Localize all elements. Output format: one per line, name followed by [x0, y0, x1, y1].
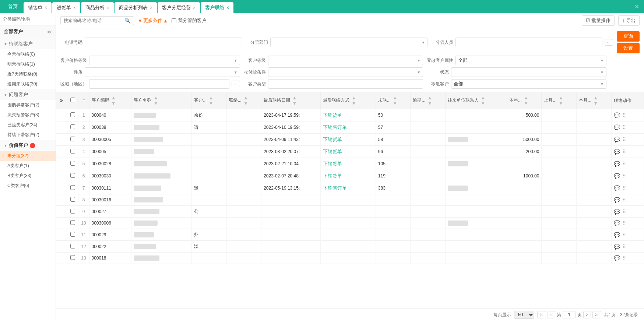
more-action-icon[interactable]: ⠿	[622, 173, 626, 179]
export-button[interactable]: ↑ 导出	[618, 15, 640, 26]
contact-icon[interactable]: 💬	[614, 232, 620, 238]
close-icon-customer-contact[interactable]: ×	[226, 5, 229, 10]
th-name[interactable]: 客户名称 ▲▼	[131, 92, 192, 109]
close-icon-product-analysis[interactable]: ×	[107, 5, 109, 10]
row-check-cell[interactable]	[67, 253, 78, 264]
more-action-icon[interactable]: ⠿	[622, 161, 626, 167]
th-check[interactable]	[67, 92, 78, 109]
collapse-icon[interactable]: ≪	[47, 29, 52, 35]
retail-select[interactable]: 全部 ▼	[451, 79, 606, 89]
more-action-icon[interactable]: ⠿	[622, 255, 626, 261]
row-check-cell[interactable]	[67, 241, 78, 253]
row-check-cell[interactable]	[67, 121, 78, 134]
retail-attr-select[interactable]: 全部 ▼	[455, 56, 606, 65]
contact-icon[interactable]: 💬	[614, 137, 620, 142]
sidebar-item-churn-warning[interactable]: 流失预警客户(3)	[0, 110, 56, 120]
last-method-link[interactable]: 下销货单	[323, 161, 342, 166]
batch-operations-button[interactable]: ☑ 批量操作	[582, 15, 615, 26]
reset-button[interactable]: 设置	[617, 43, 640, 53]
last-method-link[interactable]: 下销货单	[323, 149, 342, 154]
first-page-button[interactable]: |<	[537, 311, 546, 318]
all-customers-header[interactable]: 全部客户 ≪	[0, 25, 56, 38]
row-checkbox[interactable]	[70, 255, 75, 260]
last-method-link[interactable]: 下销货单	[323, 137, 342, 142]
sidebar-item-abnormal-hoard[interactable]: 囤购异常客户(2)	[0, 100, 56, 110]
manager-more-button[interactable]: ···	[605, 39, 613, 46]
contact-icon[interactable]: 💬	[614, 220, 620, 226]
row-checkbox[interactable]	[70, 137, 75, 141]
row-check-cell[interactable]	[67, 158, 78, 170]
sidebar-item-unclassified[interactable]: 未分组(32)	[0, 151, 56, 161]
more-action-icon[interactable]: ⠿	[622, 209, 626, 215]
row-checkbox[interactable]	[70, 244, 75, 248]
last-page-button[interactable]: >|	[592, 311, 601, 318]
th-last-date[interactable]: 最后联络日期 ▲▼	[261, 92, 321, 109]
th-last-method[interactable]: 最后联络方式 ▲▼	[321, 92, 376, 109]
more-action-icon[interactable]: ⠿	[622, 220, 626, 226]
status-select[interactable]: ▼	[451, 67, 606, 77]
payment-select[interactable]: ▼	[268, 67, 423, 77]
th-code[interactable]: 客户编码 ▲▼	[89, 92, 131, 109]
more-action-icon[interactable]: ⠿	[622, 137, 626, 142]
row-check-cell[interactable]	[67, 218, 78, 229]
tab-sales-order[interactable]: 销售单 ×	[24, 2, 52, 13]
row-check-cell[interactable]	[67, 182, 78, 194]
region-input[interactable]	[89, 79, 229, 89]
sidebar-item-class-c[interactable]: C类客户(6)	[0, 181, 56, 191]
contact-icon[interactable]: 💬	[614, 255, 620, 261]
more-action-icon[interactable]: ⠿	[622, 149, 626, 155]
per-page-select[interactable]: 50 100	[514, 311, 534, 319]
section-problem-customers[interactable]: ▼ 问题客户	[0, 89, 56, 100]
more-action-icon[interactable]: ⠿	[622, 124, 626, 130]
sidebar-item-tomorrow[interactable]: 明天待联络(1)	[0, 59, 56, 69]
row-check-cell[interactable]	[67, 206, 78, 218]
contact-icon[interactable]: 💬	[614, 244, 620, 250]
row-checkbox[interactable]	[70, 209, 75, 214]
close-icon-purchase[interactable]: ×	[73, 5, 76, 10]
last-method-link[interactable]: 下销售订单	[323, 185, 347, 191]
row-checkbox[interactable]	[70, 149, 75, 154]
row-checkbox[interactable]	[70, 197, 75, 202]
th-this-year[interactable]: 本年... ▲▼	[507, 92, 542, 109]
sidebar-item-overdue[interactable]: 逾期未联络(30)	[0, 79, 56, 89]
last-method-link[interactable]: 下销货单	[323, 173, 342, 179]
row-check-cell[interactable]	[67, 194, 78, 206]
tab-customer-segment[interactable]: 客户分层经营 ×	[158, 2, 200, 13]
select-all-checkbox[interactable]	[70, 98, 75, 102]
contact-icon[interactable]: 💬	[614, 112, 620, 118]
contact-icon[interactable]: 💬	[614, 185, 620, 191]
tab-product-analysis[interactable]: 商品分析 ×	[81, 2, 114, 13]
tab-product-list[interactable]: 商品分析列表 ×	[115, 2, 157, 13]
region-more-button[interactable]: ···	[232, 81, 240, 87]
row-checkbox[interactable]	[70, 232, 75, 237]
th-this-month[interactable]: 本月... ▲▼	[576, 92, 611, 109]
prev-page-button[interactable]: <	[548, 311, 555, 318]
nature-select[interactable]: ▼	[85, 67, 240, 77]
phone-input[interactable]	[85, 38, 242, 47]
th-last-month[interactable]: 上月... ▲▼	[542, 92, 577, 109]
row-checkbox[interactable]	[70, 173, 75, 178]
query-button[interactable]: 查询	[617, 31, 640, 42]
sidebar-item-today[interactable]: 今天待联络(0)	[0, 49, 56, 59]
contact-icon[interactable]: 💬	[614, 197, 620, 203]
sidebar-item-class-b[interactable]: B类客户(33)	[0, 171, 56, 181]
main-search-icon[interactable]: 🔍	[124, 18, 131, 24]
customer-level-select[interactable]: ▼	[268, 56, 423, 65]
th-contacts[interactable]: 往来单位联系人 ▲▼	[445, 92, 507, 109]
sidebar-item-7days[interactable]: 近7天待联络(0)	[0, 69, 56, 79]
row-check-cell[interactable]	[67, 109, 78, 121]
row-checkbox[interactable]	[70, 161, 75, 166]
row-checkbox[interactable]	[70, 112, 75, 117]
sidebar-item-class-a[interactable]: A类客户(1)	[0, 161, 56, 171]
row-check-cell[interactable]	[67, 146, 78, 158]
contact-icon[interactable]: 💬	[614, 124, 620, 130]
row-checkbox[interactable]	[70, 185, 75, 190]
th-contact[interactable]: 联络... ▲▼	[226, 92, 261, 109]
page-number-input[interactable]	[563, 311, 576, 318]
th-gear[interactable]: ⚙	[56, 92, 67, 109]
tab-customer-contact[interactable]: 客户联络 ×	[201, 2, 233, 13]
more-action-icon[interactable]: ⠿	[622, 244, 626, 250]
close-icon-sales[interactable]: ×	[45, 5, 47, 10]
my-customers-checkbox[interactable]	[172, 18, 176, 23]
dept-select[interactable]: ▼	[270, 38, 428, 47]
